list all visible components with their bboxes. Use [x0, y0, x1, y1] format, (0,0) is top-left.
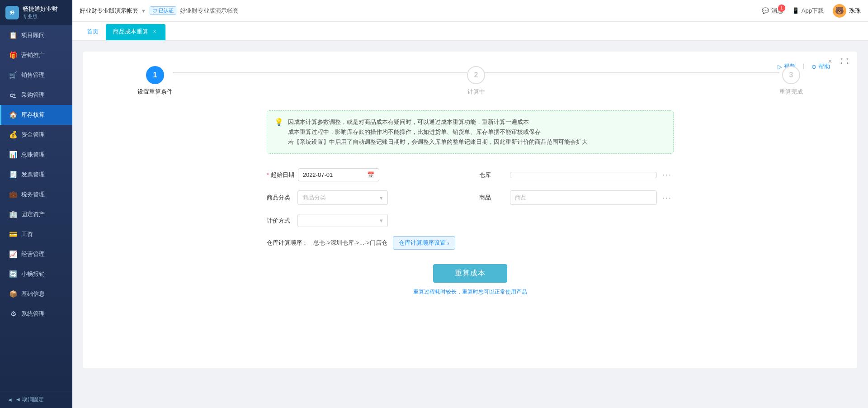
app-logo-icon: 好: [5, 6, 19, 19]
sidebar-item-sales[interactable]: 🛒 销售管理: [0, 65, 72, 85]
sidebar-item-project[interactable]: 📋 项目顾问: [0, 25, 72, 45]
sidebar-label-payroll: 工资: [21, 230, 33, 238]
sidebar-item-purchase[interactable]: 🛍 采购管理: [0, 85, 72, 105]
sidebar-item-marketing[interactable]: 🎁 营销推广: [0, 45, 72, 65]
account-select[interactable]: 好业财专业版演示帐套 ▼: [80, 7, 146, 15]
sidebar-icon-fixedasset: 🏢: [9, 210, 18, 219]
main-area: 好业财专业版演示帐套 ▼ 🛡 已认证 好业财专业版演示帐套 💬 消息 1 📱 A…: [72, 0, 868, 408]
sidebar-icon-inventory: 🏠: [9, 110, 18, 119]
category-label: 商品分类: [267, 194, 294, 202]
message-icon: 💬: [762, 7, 769, 14]
sidebar-item-invoice[interactable]: 🧾 发票管理: [0, 165, 72, 185]
sidebar-item-inventory[interactable]: 🏠 库存核算: [0, 105, 72, 125]
form-row-2: 商品分类 商品分类 ▾ 商品 商品 ···: [267, 190, 674, 205]
pricing-select[interactable]: ▾: [297, 214, 388, 227]
info-text: 因成本计算参数调整，或是对商品成本有疑问时，可以通过成本重算功能，重新计算一遍成…: [288, 117, 588, 147]
recalc-button[interactable]: 重算成本: [433, 264, 507, 283]
sidebar-label-bizmanage: 经营管理: [21, 250, 45, 258]
sidebar-item-payroll[interactable]: 💳 工资: [0, 224, 72, 244]
sidebar-label-finance: 资金管理: [21, 131, 45, 139]
step-line-2: [485, 72, 779, 73]
form-section: 💡 因成本计算参数调整，或是对商品成本有疑问时，可以通过成本重算功能，重新计算一…: [267, 110, 674, 296]
user-menu[interactable]: 🐻 珠珠: [833, 4, 861, 18]
info-icon: 💡: [274, 118, 283, 147]
sidebar: 好 畅捷通好业财 专业版 📋 项目顾问 🎁 营销推广 🛒 销售管理 🛍 采购管理…: [0, 0, 72, 408]
steps-container: 1 设置重算条件 2 计算中 3 重算完成: [101, 66, 839, 96]
topbar-left: 好业财专业版演示帐套 ▼ 🛡 已认证 好业财专业版演示帐套: [80, 6, 239, 15]
category-dropdown-icon: ▾: [380, 195, 383, 201]
step-3-circle: 3: [782, 66, 800, 84]
sidebar-item-system[interactable]: ⚙ 系统管理: [0, 304, 72, 324]
calendar-icon: 📅: [367, 171, 374, 178]
sidebar-icon-sales: 🛒: [9, 71, 18, 80]
step-1-circle: 1: [146, 66, 164, 84]
app-logo-text: 畅捷通好业财 专业版: [23, 5, 58, 19]
sidebar-label-fixedasset: 固定资产: [21, 210, 45, 218]
sidebar-logo: 好 畅捷通好业财 专业版: [0, 0, 72, 25]
calc-order-settings-btn[interactable]: 仓库计算顺序设置 ›: [393, 236, 455, 250]
message-badge: 1: [778, 5, 785, 12]
sidebar-unpin-button[interactable]: ◄ ◄ 取消固定: [0, 391, 72, 408]
step-3-label: 重算完成: [779, 88, 803, 96]
avatar: 🐻: [833, 4, 846, 18]
sidebar-label-invoice: 发票管理: [21, 171, 45, 179]
pricing-label: 计价方式: [267, 217, 294, 225]
step-1: 1 设置重算条件: [137, 66, 173, 96]
warehouse-input[interactable]: [510, 172, 657, 178]
unpin-icon: ◄: [7, 397, 13, 403]
warehouse-group: 仓库 ···: [479, 170, 674, 180]
sidebar-icon-invoice: 🧾: [9, 170, 18, 179]
start-date-input[interactable]: 2022-07-01 📅: [298, 168, 379, 181]
sidebar-item-bizmanage[interactable]: 📈 经营管理: [0, 244, 72, 264]
pricing-dropdown-icon: ▾: [380, 217, 383, 224]
step-line-1: [173, 72, 467, 73]
account-name-display: 好业财专业版演示帐套: [180, 7, 239, 15]
goods-group: 商品 商品 ···: [479, 190, 674, 205]
tab-close-icon[interactable]: ×: [151, 28, 158, 35]
info-box: 💡 因成本计算参数调整，或是对商品成本有疑问时，可以通过成本重算功能，重新计算一…: [267, 110, 674, 154]
tab-home[interactable]: 首页: [80, 24, 106, 40]
sidebar-item-basic[interactable]: 📦 基础信息: [0, 284, 72, 304]
sidebar-icon-basic: 📦: [9, 289, 18, 299]
sidebar-label-purchase: 采购管理: [21, 91, 45, 99]
sidebar-label-expense: 小畅报销: [21, 270, 45, 278]
start-date-group: 起始日期 2022-07-01 📅: [267, 168, 461, 181]
sidebar-item-expense[interactable]: 🔄 小畅报销: [0, 264, 72, 284]
topbar-right: 💬 消息 1 📱 App下载 🐻 珠珠: [762, 4, 861, 18]
goods-input[interactable]: 商品: [510, 190, 657, 205]
start-date-label: 起始日期: [267, 171, 294, 179]
step-3: 3 重算完成: [779, 66, 803, 96]
sidebar-item-accounting[interactable]: 📊 总账管理: [0, 145, 72, 165]
sidebar-label-accounting: 总账管理: [21, 151, 45, 159]
sidebar-icon-accounting: 📊: [9, 150, 18, 159]
step-2-circle: 2: [467, 66, 485, 84]
sidebar-icon-project: 📋: [9, 31, 18, 40]
sidebar-label-marketing: 营销推广: [21, 51, 45, 59]
maximize-button[interactable]: ⛶: [839, 56, 850, 67]
mobile-icon: 📱: [792, 7, 799, 14]
category-group: 商品分类 商品分类 ▾: [267, 190, 461, 205]
shield-icon: 🛡: [152, 8, 157, 14]
sidebar-icon-finance: 💰: [9, 130, 18, 139]
recalc-section: 重算成本 重算过程耗时较长，重算时您可以正常使用产品: [267, 264, 674, 296]
calc-order-label: 仓库计算顺序：: [267, 239, 308, 247]
close-button[interactable]: ×: [825, 56, 835, 67]
tab-cost-recalc[interactable]: 商品成本重算 ×: [106, 24, 165, 40]
tabbar: 首页 商品成本重算 ×: [72, 22, 868, 41]
sidebar-item-finance[interactable]: 💰 资金管理: [0, 125, 72, 145]
goods-more-btn[interactable]: ···: [660, 193, 674, 203]
app-download-button[interactable]: 📱 App下载: [792, 7, 824, 15]
form-row-1: 起始日期 2022-07-01 📅 仓库 ···: [267, 168, 674, 181]
sidebar-icon-purchase: 🛍: [9, 90, 18, 100]
content-area: × ⛶ 1 设置重算条件 2 计算中: [72, 41, 868, 408]
sidebar-item-fixedasset[interactable]: 🏢 固定资产: [0, 204, 72, 224]
sidebar-item-tax[interactable]: 💼 税务管理: [0, 185, 72, 204]
message-button[interactable]: 💬 消息 1: [762, 7, 783, 15]
sidebar-icon-marketing: 🎁: [9, 51, 18, 60]
content-wrapper: × ⛶ 1 设置重算条件 2 计算中: [83, 52, 857, 368]
category-select[interactable]: 商品分类 ▾: [297, 190, 388, 205]
warehouse-more-btn[interactable]: ···: [660, 170, 674, 180]
sidebar-label-project: 项目顾问: [21, 31, 45, 39]
calc-order-arrow-icon: ›: [448, 240, 449, 247]
sidebar-nav: 📋 项目顾问 🎁 营销推广 🛒 销售管理 🛍 采购管理 🏠 库存核算 💰 资金管…: [0, 25, 72, 391]
